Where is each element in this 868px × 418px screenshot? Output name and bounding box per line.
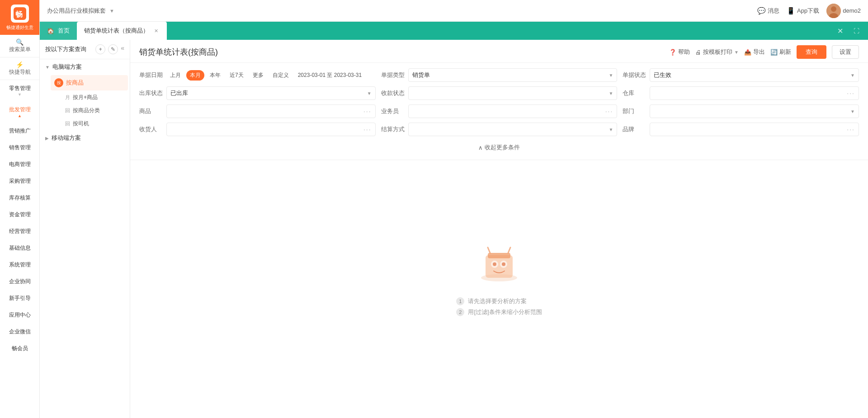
by-product-icon: 按 (54, 78, 63, 87)
app-center-label: 应用中心 (9, 311, 31, 319)
payment-status-select[interactable]: ▼ (408, 86, 618, 100)
doc-type-select[interactable]: 销货单 ▼ (408, 68, 618, 82)
scheme-by-category[interactable]: 回 按商品分类 (49, 104, 130, 117)
warehouse-dots: ··· (847, 90, 855, 97)
sidebar-item-wholesale[interactable]: 批发管理 ▲ (0, 101, 39, 123)
brand-input[interactable]: ··· (650, 123, 859, 136)
sub-icon-cat: 回 (65, 107, 70, 114)
product-input[interactable]: ··· (166, 104, 376, 118)
wechat-label: 企业微信 (9, 328, 31, 336)
warehouse-status-select[interactable]: 已出库 ▼ (166, 86, 376, 100)
sidebar-item-marketing[interactable]: 营销推广 (0, 123, 39, 139)
phone-icon: 📱 (787, 7, 795, 15)
main-area: 办公用品行业模拟账套 ▼ 💬 消息 📱 App下载 de (40, 0, 868, 418)
doc-status-arrow: ▼ (850, 73, 855, 78)
svg-rect-6 (486, 255, 513, 278)
svg-point-3 (831, 6, 836, 12)
tabbar: 🏠 首页 销货单统计表（按商品） ✕ ✕ ⛶ (40, 22, 868, 40)
by-driver-label: 按司机 (73, 120, 89, 128)
sidebar-item-member[interactable]: 畅会员 (0, 340, 39, 357)
sidebar-item-sales[interactable]: 销售管理 (0, 139, 39, 156)
workspace-dropdown-icon[interactable]: ▼ (109, 8, 114, 14)
sidebar-item-newbie[interactable]: 新手引导 (0, 290, 39, 307)
close-window-btn[interactable]: ✕ (834, 24, 846, 37)
date-this-year[interactable]: 本年 (206, 70, 224, 81)
tip-2-text: 用[过滤]条件来缩小分析范围 (468, 308, 542, 316)
scheme-by-product[interactable]: 按 按商品 (51, 75, 128, 90)
quick-nav-icon: ⚡ (0, 61, 39, 68)
sidebar-item-purchase[interactable]: 采购管理 (0, 173, 39, 190)
by-category-label: 按商品分类 (73, 107, 100, 114)
sidebar: 畅 畅捷通好生意 🔍 搜索菜单 ⚡ 快捷导航 零售管理 ▼ 批发管理 ▲ 营销推… (0, 0, 40, 418)
add-scheme-btn[interactable]: + (95, 44, 105, 54)
staff-input[interactable]: ··· (408, 104, 618, 118)
payment-status-label: 收款状态 (381, 89, 408, 97)
collapse-panel-btn[interactable]: « (121, 44, 124, 54)
filter-staff: 业务员 ··· (381, 104, 618, 118)
sidebar-item-enterprise[interactable]: 企业协同 (0, 273, 39, 290)
date-7days[interactable]: 近7天 (226, 70, 247, 81)
app-subtitle: 畅捷通好生意 (6, 24, 33, 30)
warehouse-label: 仓库 (623, 89, 650, 97)
tab-actions: ✕ ⛶ (834, 24, 868, 37)
tab-sales-stat[interactable]: 销货单统计表（按商品） ✕ (77, 22, 167, 40)
sidebar-item-finance[interactable]: 资金管理 (0, 206, 39, 223)
tab-home[interactable]: 🏠 首页 (40, 22, 77, 40)
app-download-btn[interactable]: 📱 App下载 (787, 7, 819, 15)
page-header: 销货单统计表(按商品) ❓ 帮助 🖨 按模板打印 ▼ 📤 导出 (130, 40, 868, 63)
desktop-section-header[interactable]: ▼ 电脑端方案 (40, 59, 130, 75)
warehouse-input[interactable]: ··· (650, 86, 859, 100)
sidebar-item-retail[interactable]: 零售管理 ▼ (0, 80, 39, 101)
scheme-by-month-product[interactable]: 月 按月+商品 (49, 91, 130, 104)
sidebar-item-operation[interactable]: 经营管理 (0, 223, 39, 240)
close-tab-btn[interactable]: ✕ (152, 27, 160, 34)
mobile-section-header[interactable]: ▶ 移动端方案 (40, 130, 130, 146)
mobile-arrow: ▶ (45, 136, 49, 141)
dept-select[interactable]: ▼ (650, 104, 859, 118)
message-btn[interactable]: 💬 消息 (757, 7, 779, 15)
help-label: 帮助 (678, 48, 690, 56)
operation-label: 经营管理 (9, 228, 31, 235)
sidebar-item-basic[interactable]: 基础信息 (0, 240, 39, 256)
sidebar-item-inventory[interactable]: 库存核算 (0, 190, 39, 206)
payment-method-select[interactable]: ▼ (408, 123, 618, 136)
refresh-btn[interactable]: 🔄 刷新 (770, 48, 791, 56)
workspace-name: 办公用品行业模拟账套 (47, 7, 106, 15)
ecommerce-label: 电商管理 (9, 161, 31, 168)
app-download-label: App下载 (797, 7, 819, 15)
content-area: 按以下方案查询 + ✎ « ▼ 电脑端方案 按 按商品 (40, 40, 868, 418)
print-btn[interactable]: 🖨 按模板打印 ▼ (695, 48, 739, 56)
sidebar-search[interactable]: 🔍 搜索菜单 (0, 35, 39, 57)
settings-button[interactable]: 设置 (832, 45, 859, 59)
quick-nav-item[interactable]: ⚡ 快捷导航 (0, 57, 39, 80)
receiver-input[interactable]: ··· (166, 123, 376, 136)
doc-status-select[interactable]: 已生效 ▼ (650, 68, 859, 82)
export-btn[interactable]: 📤 导出 (744, 48, 765, 56)
collapse-filter-btn[interactable]: ∧ 收起更多条件 (139, 141, 859, 154)
page-actions: ❓ 帮助 🖨 按模板打印 ▼ 📤 导出 🔄 刷新 (669, 45, 859, 59)
edit-scheme-btn[interactable]: ✎ (108, 44, 118, 54)
filter-receiver: 收货人 ··· (139, 123, 376, 136)
user-menu[interactable]: demo2 (826, 4, 861, 18)
date-this-month[interactable]: 本月 (186, 70, 204, 81)
filter-payment-status: 收款状态 ▼ (381, 86, 618, 100)
print-dropdown-icon: ▼ (734, 50, 739, 55)
doc-type-label: 单据类型 (381, 71, 408, 79)
scheme-by-driver[interactable]: 回 按司机 (49, 117, 130, 130)
help-btn[interactable]: ❓ 帮助 (669, 48, 690, 56)
collapse-up-icon: ∧ (478, 144, 483, 151)
date-more[interactable]: 更多 (249, 70, 267, 81)
svg-point-11 (502, 262, 505, 266)
sidebar-item-system[interactable]: 系统管理 (0, 256, 39, 273)
sidebar-item-ecommerce[interactable]: 电商管理 (0, 156, 39, 173)
desktop-section: ▼ 电脑端方案 按 按商品 月 按月+商品 回 按商品分类 (40, 59, 130, 130)
maximize-btn[interactable]: ⛶ (850, 24, 863, 37)
date-custom[interactable]: 自定义 (269, 70, 292, 81)
collapse-filter-label: 收起更多条件 (485, 143, 520, 152)
query-button[interactable]: 查询 (797, 45, 826, 59)
date-last-month[interactable]: 上月 (166, 70, 184, 81)
finance-label: 资金管理 (9, 211, 31, 218)
brand-dots: ··· (847, 126, 855, 133)
sidebar-item-app-center[interactable]: 应用中心 (0, 307, 39, 323)
sidebar-item-wechat[interactable]: 企业微信 (0, 323, 39, 340)
